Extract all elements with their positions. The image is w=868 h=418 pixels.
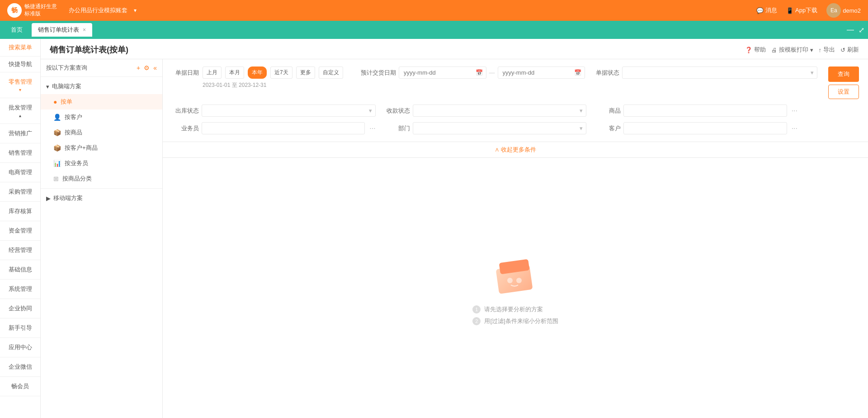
empty-hints: 1 请先选择要分析的方案 2 用[过滤]条件来缩小分析范围 (472, 305, 558, 325)
scheme-group-pc-header[interactable]: ▾ 电脑端方案 (41, 79, 162, 94)
customer-dots-button[interactable]: ··· (792, 124, 797, 133)
payment-status-label: 收款状态 (383, 107, 410, 115)
filter-panel: 单据日期 上月 本月 本年 近7天 更多 自定义 (163, 59, 868, 142)
scheme-panel: 按以下方案查询 + ⚙ « ▾ 电脑端方案 (41, 59, 163, 418)
chevron-right-icon: ▶ (46, 195, 51, 202)
scheme-settings-button[interactable]: ⚙ (144, 64, 150, 71)
scheme-item-by-customer[interactable]: 👤 按客户 (41, 109, 162, 125)
sidebar-item-inventory[interactable]: 库存核算 (0, 202, 40, 221)
sidebar-item-operations[interactable]: 经营管理 (0, 241, 40, 260)
date-btn-more[interactable]: 更多 (296, 66, 315, 79)
hint-item-1: 1 请先选择要分析的方案 (472, 305, 558, 314)
sidebar-item-app-center[interactable]: 应用中心 (0, 338, 40, 357)
scheme-item-by-order[interactable]: ● 按单 (41, 94, 162, 109)
calendar-icon: 📅 (476, 69, 483, 76)
delivery-date-end-input[interactable] (498, 66, 585, 79)
salesperson-dots-button[interactable]: ··· (369, 124, 375, 133)
date-filter-group: 上月 本月 本年 近7天 更多 自定义 (203, 66, 343, 79)
app-title-label: 办公用品行业模拟账套 (69, 6, 127, 14)
user-menu[interactable]: Ea demo2 (826, 3, 861, 18)
message-icon: 💬 (756, 7, 764, 14)
export-button[interactable]: ↑ 导出 (819, 46, 835, 54)
scheme-item-by-product[interactable]: 📦 按商品 (41, 125, 162, 140)
message-button[interactable]: 💬 消息 (756, 6, 777, 14)
sidebar-item-finance[interactable]: 资金管理 (0, 221, 40, 241)
date-btn-custom[interactable]: 自定义 (319, 66, 343, 79)
filter-actions: 查询 设置 (828, 66, 859, 99)
product-dots-button[interactable]: ··· (792, 107, 797, 115)
customer-label: 客户 (594, 124, 621, 133)
scheme-item-by-salesperson[interactable]: 📊 按业务员 (41, 156, 162, 171)
query-button[interactable]: 查询 (828, 66, 859, 82)
chevron-up-icon: ▴ (19, 113, 21, 118)
salesperson-label: 业务员 (172, 124, 199, 133)
svg-point-2 (507, 278, 513, 283)
product-input[interactable] (623, 104, 787, 117)
out-status-label: 出库状态 (172, 107, 199, 115)
collapse-up-icon: ∧ (495, 146, 501, 153)
sidebar-item-system[interactable]: 系统管理 (0, 280, 40, 299)
date-btn-last-month[interactable]: 上月 (203, 66, 222, 79)
scheme-add-button[interactable]: + (137, 64, 140, 71)
out-status-select[interactable] (202, 104, 376, 117)
sidebar-item-corp-wechat[interactable]: 企业微信 (0, 357, 40, 377)
filter-area: 单据日期 上月 本月 本年 近7天 更多 自定义 (163, 59, 868, 418)
salesperson-input[interactable] (202, 122, 365, 134)
date-separator: — (489, 69, 495, 76)
help-button[interactable]: ❓ 帮助 (745, 46, 766, 54)
app-title-dropdown[interactable]: ▾ (134, 7, 137, 14)
date-btn-this-month[interactable]: 本月 (225, 66, 244, 79)
date-btn-this-year[interactable]: 本年 (248, 66, 267, 79)
tab-bar: 首页 销售订单统计表 × — ⤢ (0, 21, 868, 39)
sidebar-item-retail[interactable]: 零售管理 ▾ (0, 72, 40, 98)
sidebar-item-sales[interactable]: 销售管理 (0, 143, 40, 163)
tab-minimize-icon[interactable]: — (847, 26, 854, 34)
logo-area: 畅 畅捷通好生意 标准版 (7, 3, 57, 18)
sidebar-item-ecommerce[interactable]: 电商管理 (0, 163, 40, 182)
scheme-group-mobile-header[interactable]: ▶ 移动端方案 (41, 190, 162, 206)
scheme-panel-header: 按以下方案查询 + ⚙ « (41, 59, 162, 77)
department-label: 部门 (383, 124, 410, 133)
product-label: 商品 (594, 107, 621, 115)
customer-input[interactable] (623, 122, 787, 134)
download-icon: 📱 (786, 7, 793, 14)
empty-illustration (488, 251, 542, 296)
sidebar-item-purchase[interactable]: 采购管理 (0, 182, 40, 202)
refresh-button[interactable]: ↺ 刷新 (840, 46, 859, 54)
app-download-button[interactable]: 📱 App下载 (786, 6, 817, 14)
scheme-collapse-button[interactable]: « (153, 64, 157, 71)
logo-text: 畅捷通好生意 标准版 (24, 3, 57, 17)
department-select[interactable] (413, 122, 587, 134)
doc-status-select[interactable] (622, 66, 817, 79)
payment-status-select[interactable] (413, 104, 587, 117)
settings-button[interactable]: 设置 (828, 85, 859, 99)
tab-sales-statistics[interactable]: 销售订单统计表 × (32, 23, 92, 37)
date-btn-last-7-days[interactable]: 近7天 (270, 66, 292, 79)
scheme-item-by-product-category[interactable]: ⊞ 按商品分类 (41, 171, 162, 186)
tab-maximize-icon[interactable]: ⤢ (859, 26, 864, 34)
sidebar-item-marketing[interactable]: 营销推广 (0, 124, 40, 143)
scheme-group-pc: ▾ 电脑端方案 ● 按单 👤 按客户 📦 按 (41, 77, 162, 188)
sidebar-item-member[interactable]: 畅会员 (0, 377, 40, 396)
sidebar-quick-nav[interactable]: 快捷导航 (0, 57, 40, 72)
sidebar-item-wholesale[interactable]: 批发管理 ▴ (0, 98, 40, 124)
sidebar-search[interactable]: 搜索菜单 (0, 39, 40, 57)
top-bar: 畅 畅捷通好生意 标准版 办公用品行业模拟账套 ▾ 💬 消息 📱 App下载 E… (0, 0, 868, 21)
scheme-item-by-customer-product[interactable]: 📦 按客户+商品 (41, 140, 162, 156)
page-title: 销售订单统计表(按单) (50, 44, 128, 55)
collapse-bar[interactable]: ∧ 收起更多条件 (163, 142, 868, 158)
chart-icon: 📊 (53, 160, 61, 167)
sidebar-item-enterprise[interactable]: 企业协同 (0, 299, 40, 318)
scheme-group-mobile: ▶ 移动端方案 (41, 189, 162, 208)
tab-home[interactable]: 首页 (4, 23, 30, 37)
delivery-date-label: 预计交货日期 (360, 69, 396, 77)
chevron-down-icon: ▾ (19, 87, 21, 92)
tab-close-icon[interactable]: × (83, 27, 86, 33)
sidebar-item-newbie[interactable]: 新手引导 (0, 318, 40, 338)
box-icon: 📦 (53, 129, 61, 136)
calendar-icon-2: 📅 (574, 69, 581, 76)
delivery-date-start-input[interactable] (399, 66, 486, 79)
sidebar-item-basic[interactable]: 基础信息 (0, 260, 40, 280)
template-print-button[interactable]: 🖨 按模板打印 ▾ (771, 46, 813, 54)
logo-icon: 畅 (7, 3, 22, 18)
